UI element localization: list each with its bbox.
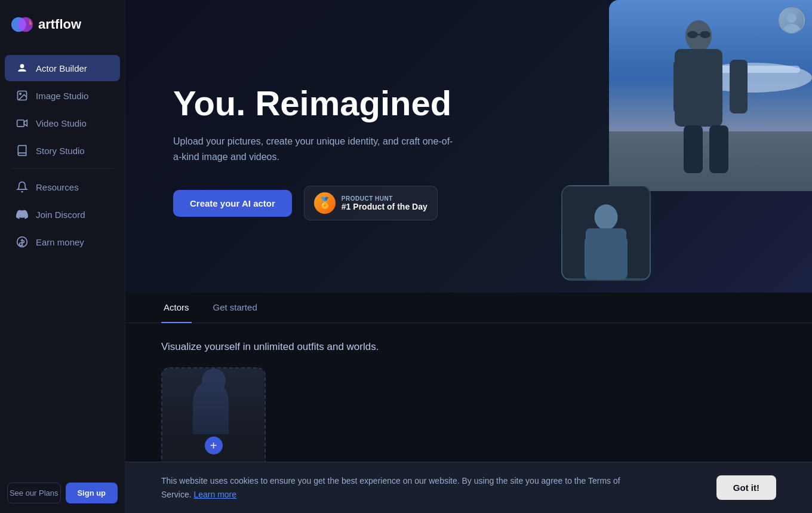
svg-point-18 [700, 31, 710, 38]
ph-rank: #1 Product of the Day [342, 202, 427, 211]
logo-icon [11, 13, 33, 36]
tabs-bar: Actors Get started [125, 293, 812, 323]
svg-point-2 [20, 64, 24, 68]
svg-rect-26 [615, 238, 628, 278]
video-studio-label: Video Studio [36, 118, 87, 128]
svg-point-17 [687, 31, 698, 38]
ghost-figure [193, 380, 229, 434]
ghost-container [193, 380, 235, 440]
svg-rect-14 [730, 60, 748, 113]
image-studio-label: Image Studio [36, 91, 88, 101]
ph-info: PRODUCT HUNT #1 Product of the Day [342, 195, 427, 211]
svg-rect-25 [585, 238, 597, 278]
svg-point-21 [783, 24, 800, 32]
person-icon [16, 62, 29, 75]
sidebar-bottom: See our Plans Sign up [0, 473, 125, 513]
product-hunt-badge: 🏅 PRODUCT HUNT #1 Product of the Day [304, 186, 438, 220]
cookie-learn-more[interactable]: Learn more [193, 490, 236, 499]
sidebar-item-image-studio[interactable]: Image Studio [5, 82, 120, 109]
actors-section-subtitle: Visualize yourself in unlimited outfits … [161, 341, 776, 353]
plans-button[interactable]: See our Plans [7, 483, 61, 503]
hero-secondary-image [561, 185, 651, 281]
story-studio-label: Story Studio [36, 146, 85, 156]
hero-secondary-svg [562, 185, 650, 279]
sidebar-item-earn[interactable]: Earn money [5, 229, 120, 255]
hero-section: You. Reimagined Upload your pictures, cr… [125, 0, 812, 293]
avatar-circle [780, 8, 804, 32]
sidebar-item-story-studio[interactable]: Story Studio [5, 137, 120, 164]
ph-label: PRODUCT HUNT [342, 195, 427, 202]
signup-button[interactable]: Sign up [66, 483, 118, 503]
hero-title: You. Reimagined [173, 84, 460, 122]
dollar-icon [16, 235, 29, 248]
svg-rect-13 [673, 60, 691, 113]
sidebar-item-resources[interactable]: Resources [5, 174, 120, 200]
logo-area: artflow [0, 0, 125, 49]
svg-rect-15 [684, 125, 703, 173]
tab-actors[interactable]: Actors [161, 293, 192, 323]
plus-button[interactable]: + [205, 437, 223, 454]
discord-label: Join Discord [36, 210, 85, 220]
cookie-got-it-button[interactable]: Got it! [716, 475, 776, 500]
svg-point-4 [20, 93, 21, 95]
sidebar-item-actor-builder[interactable]: Actor Builder [5, 55, 120, 81]
hero-content: You. Reimagined Upload your pictures, cr… [173, 84, 460, 221]
book-icon [16, 144, 29, 157]
bell-icon [16, 180, 29, 193]
create-actor-button[interactable]: Create your AI actor [173, 190, 292, 217]
earn-label: Earn money [36, 237, 84, 247]
main-content: You. Reimagined Upload your pictures, cr… [125, 0, 812, 513]
actor-builder-label: Actor Builder [36, 63, 87, 73]
sidebar-item-video-studio[interactable]: Video Studio [5, 110, 120, 136]
discord-icon [16, 208, 29, 221]
sidebar: artflow Actor Builder Image Studio Video… [0, 0, 125, 513]
app-logo-text: artflow [38, 17, 81, 32]
hero-avatar-badge [779, 7, 805, 33]
resources-label: Resources [36, 182, 79, 192]
sidebar-item-discord[interactable]: Join Discord [5, 201, 120, 228]
cookie-banner: This website uses cookies to ensure you … [125, 462, 812, 513]
hero-actions: Create your AI actor 🏅 PRODUCT HUNT #1 P… [173, 186, 460, 220]
video-icon [16, 116, 29, 130]
tab-get-started[interactable]: Get started [211, 293, 260, 323]
cookie-message: This website uses cookies to ensure you … [161, 474, 651, 501]
svg-rect-16 [709, 125, 728, 173]
image-icon [16, 89, 29, 102]
svg-point-23 [595, 204, 618, 230]
hero-subtitle: Upload your pictures, create your unique… [173, 134, 460, 164]
svg-rect-5 [17, 120, 24, 127]
svg-point-20 [787, 13, 796, 23]
ph-medal-icon: 🏅 [314, 192, 336, 214]
sidebar-nav: Actor Builder Image Studio Video Studio … [0, 49, 125, 473]
hero-images [561, 0, 812, 293]
nav-separator [11, 168, 114, 169]
hero-main-image [609, 0, 812, 191]
